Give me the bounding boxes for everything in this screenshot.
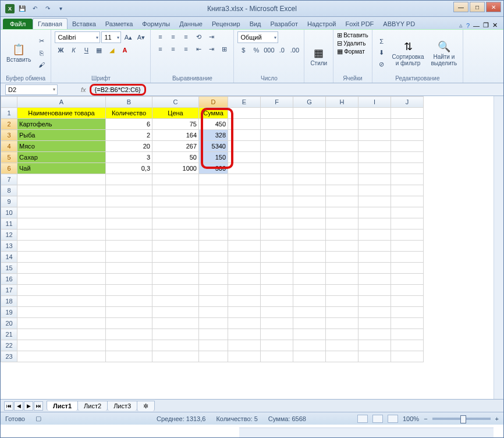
delete-cells-button[interactable]: Удалить	[343, 40, 365, 47]
cell-C13[interactable]	[152, 241, 199, 252]
cell-B14[interactable]	[106, 252, 152, 263]
cell-C22[interactable]	[152, 340, 199, 351]
tab-data[interactable]: Данные	[175, 19, 207, 29]
cell-B10[interactable]	[106, 207, 152, 218]
qat-dropdown-icon[interactable]: ▾	[55, 3, 66, 14]
cell-D14[interactable]	[199, 252, 228, 263]
cell-F14[interactable]	[261, 252, 293, 263]
cell-H21[interactable]	[326, 329, 359, 340]
cell-J11[interactable]	[391, 218, 424, 229]
cell-C9[interactable]	[152, 196, 199, 207]
cell-E17[interactable]	[228, 285, 261, 296]
cell-D3[interactable]: 328	[199, 130, 228, 141]
cell-B19[interactable]	[106, 307, 152, 318]
cell-E23[interactable]	[228, 351, 261, 362]
cell-B18[interactable]	[106, 296, 152, 307]
cell-I14[interactable]	[359, 252, 391, 263]
cell-A6[interactable]: Чай	[17, 163, 106, 174]
number-format-combo[interactable]: Общий	[237, 31, 278, 43]
cell-F23[interactable]	[261, 351, 293, 362]
cell-A15[interactable]	[17, 263, 106, 274]
cell-I4[interactable]	[359, 141, 391, 152]
cell-B3[interactable]: 2	[106, 130, 152, 141]
cell-H14[interactable]	[326, 252, 359, 263]
orientation-button[interactable]: ⟲	[193, 31, 204, 42]
cell-E20[interactable]	[228, 318, 261, 329]
tab-insert[interactable]: Вставка	[68, 19, 101, 29]
cell-H8[interactable]	[326, 185, 359, 196]
cell-D4[interactable]: 5340	[199, 141, 228, 152]
cell-G17[interactable]	[293, 285, 326, 296]
cell-C4[interactable]: 267	[152, 141, 199, 152]
cell-H23[interactable]	[326, 351, 359, 362]
cell-G5[interactable]	[293, 152, 326, 163]
tab-file[interactable]: Файл	[3, 19, 33, 29]
cell-H3[interactable]	[326, 130, 359, 141]
col-header-F[interactable]: F	[261, 97, 293, 108]
cell-F8[interactable]	[261, 185, 293, 196]
cell-E14[interactable]	[228, 252, 261, 263]
cell-C5[interactable]: 50	[152, 152, 199, 163]
cell-C2[interactable]: 75	[152, 119, 199, 130]
italic-button[interactable]: К	[68, 45, 79, 55]
worksheet-grid[interactable]: ABCDEFGHIJ1Наименование товараКоличество…	[1, 96, 503, 399]
fx-icon[interactable]: fx	[81, 86, 86, 93]
insert-cells-button[interactable]: Вставить	[343, 32, 368, 38]
row-header-4[interactable]: 4	[1, 141, 17, 152]
cell-F22[interactable]	[261, 340, 293, 351]
cell-C3[interactable]: 164	[152, 130, 199, 141]
row-header-9[interactable]: 9	[1, 196, 17, 207]
copy-button[interactable]: ⎘	[36, 48, 47, 58]
cut-button[interactable]: ✂	[36, 36, 47, 47]
cell-D6[interactable]: 300	[199, 163, 228, 174]
cell-G2[interactable]	[293, 119, 326, 130]
cell-I23[interactable]	[359, 351, 391, 362]
row-header-14[interactable]: 14	[1, 252, 17, 263]
cell-B21[interactable]	[106, 329, 152, 340]
cell-B12[interactable]	[106, 229, 152, 241]
cell-A5[interactable]: Сахар	[17, 152, 106, 163]
tab-review[interactable]: Рецензир	[207, 19, 245, 29]
row-header-18[interactable]: 18	[1, 296, 17, 307]
cell-A1[interactable]: Наименование товара	[17, 108, 106, 119]
cell-H9[interactable]	[326, 196, 359, 207]
row-header-20[interactable]: 20	[1, 318, 17, 329]
cell-G11[interactable]	[293, 218, 326, 229]
cell-J22[interactable]	[391, 340, 424, 351]
row-header-17[interactable]: 17	[1, 285, 17, 296]
cell-B4[interactable]: 20	[106, 141, 152, 152]
cell-J1[interactable]	[391, 108, 424, 119]
merge-button[interactable]: ⊞	[218, 44, 230, 54]
cell-I6[interactable]	[359, 163, 391, 174]
cell-A12[interactable]	[17, 229, 106, 241]
tab-foxit[interactable]: Foxit PDF	[340, 19, 378, 29]
cell-C6[interactable]: 1000	[152, 163, 199, 174]
autosum-button[interactable]: Σ	[376, 36, 388, 47]
cell-A23[interactable]	[17, 351, 106, 362]
cell-H22[interactable]	[326, 340, 359, 351]
cell-A18[interactable]	[17, 296, 106, 307]
cell-J20[interactable]	[391, 318, 424, 329]
cell-J7[interactable]	[391, 174, 424, 185]
cell-D23[interactable]	[199, 351, 228, 362]
cell-F17[interactable]	[261, 285, 293, 296]
cell-E3[interactable]	[228, 130, 261, 141]
cell-I17[interactable]	[359, 285, 391, 296]
cell-B11[interactable]	[106, 218, 152, 229]
cell-J3[interactable]	[391, 130, 424, 141]
cell-B5[interactable]: 3	[106, 152, 152, 163]
cell-C23[interactable]	[152, 351, 199, 362]
col-header-J[interactable]: J	[391, 97, 424, 108]
cell-I2[interactable]	[359, 119, 391, 130]
cell-F11[interactable]	[261, 218, 293, 229]
increase-indent-button[interactable]: ⇥	[205, 44, 217, 54]
sheet-nav-last[interactable]: ⏭	[34, 401, 43, 411]
cell-G8[interactable]	[293, 185, 326, 196]
cell-H11[interactable]	[326, 218, 359, 229]
cell-E19[interactable]	[228, 307, 261, 318]
cell-G4[interactable]	[293, 141, 326, 152]
cell-H10[interactable]	[326, 207, 359, 218]
cell-E5[interactable]	[228, 152, 261, 163]
col-header-D[interactable]: D	[199, 97, 228, 108]
border-button[interactable]: ▦	[93, 45, 105, 55]
